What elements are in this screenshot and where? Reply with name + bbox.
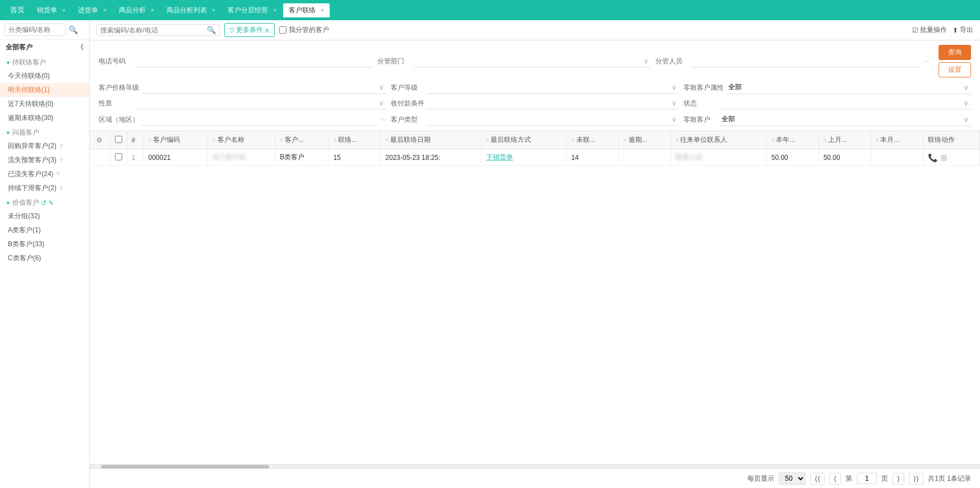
sidebar-item-7days[interactable]: 近7天待联络(0) [0,97,89,111]
unit-contact-blurred: 联系人名 [676,153,702,161]
settings-gear-icon[interactable]: ⚙ [96,136,103,144]
nav-product-analysis-close[interactable]: × [151,7,154,13]
filter-region-dots[interactable]: ··· [381,116,386,123]
retail-attr-caret: ∨ [964,84,969,91]
th-code[interactable]: 客户编码 [144,131,208,149]
th-last-contact-method[interactable]: 最后联络方式 [481,131,566,149]
sidebar-all-customers[interactable]: 全部客户 《 [0,40,89,55]
sidebar-item-repurchase-abnormal[interactable]: 回购异常客户(2) ? [0,139,89,153]
grid-action-icon[interactable]: ⊞ [941,153,947,162]
select-all-checkbox[interactable] [115,136,122,143]
filter-dept-select[interactable]: ∨ [413,56,651,67]
scrollbar-thumb[interactable] [101,465,269,468]
sidebar-item-b-class[interactable]: B类客户(33) [0,237,89,251]
th-last-month[interactable]: 上月... [819,131,871,149]
filter-person-label: 分管人员 [655,57,689,66]
sidebar-item-today[interactable]: 今天待联络(0) [0,69,89,83]
th-this-year[interactable]: 本年... [766,131,819,149]
help-icon-3[interactable]: ? [56,171,59,178]
th-name[interactable]: 客户名称 [208,131,275,149]
filter-retail-select[interactable]: 全部 ∨ [719,113,971,126]
nav-product-analysis[interactable]: 商品分析 × [113,3,160,17]
td-no: 1 [127,149,144,166]
toolbar: 🔍 ▽ 更多条件 ∧ 我分管的客户 ☑ 批量操作 ⬆ 导出 [90,20,980,40]
th-overdue[interactable]: 逾期... [618,131,671,149]
nav-purchase-order[interactable]: 进货单 × [72,3,112,17]
filter-status: 状态 ∨ [683,98,971,109]
sidebar-item-tomorrow[interactable]: 明天待联络(1) [0,83,89,97]
filter-retail-attr-select[interactable]: 全部 ∨ [726,81,971,94]
sidebar-search-input[interactable] [4,24,66,36]
filter-price-select[interactable]: ∨ [141,82,386,94]
help-icon-1[interactable]: ? [59,143,63,150]
filter-customer-type-select[interactable]: ∨ [427,114,678,126]
sidebar-search-icon[interactable]: 🔍 [68,25,78,34]
th-uncontacted[interactable]: 未联... [566,131,618,149]
filter-customer-level-select[interactable]: ∨ [427,82,678,94]
filter-phone-input[interactable] [135,56,373,67]
query-button[interactable]: 查询 [939,45,971,60]
th-last-contact-date[interactable]: 最后联络日期 [381,131,481,149]
filter-customer-type: 客户类型 ∨ [391,114,678,126]
page-label: 第 [845,474,852,484]
contact-method-link[interactable]: 下销货单 [486,153,513,161]
nav-sales-order-close[interactable]: × [62,7,66,13]
sidebar-item-overdue[interactable]: 逾期未联络(30) [0,111,89,125]
batch-op-icon: ☑ [912,26,918,34]
nav-product-analysis-list[interactable]: 商品分析列表 × [161,3,221,17]
batch-operation-button[interactable]: ☑ 批量操作 [912,25,947,35]
help-icon-4[interactable]: ? [59,185,63,192]
filter-panel: 电话号码 分管部门 ∨ 分管人员 ··· 查询 设置 [90,40,980,131]
my-customers-checkbox-wrap[interactable]: 我分管的客户 [279,25,329,35]
td-this-year: 50.00 [766,149,819,166]
dept-caret: ∨ [644,57,649,65]
th-this-month[interactable]: 本月... [871,131,923,149]
nav-customer-contact[interactable]: 客户联络 × [283,3,330,17]
my-customers-checkbox[interactable] [279,26,286,34]
nav-purchase-order-close[interactable]: × [103,7,107,13]
sidebar-item-unclassified[interactable]: 未分组(32) [0,209,89,223]
th-type[interactable]: 客户... [275,131,329,149]
filter-status-select[interactable]: ∨ [719,98,971,109]
nav-sales-order[interactable]: 销货单 × [31,3,71,17]
help-icon-2[interactable]: ? [59,157,63,164]
nav-product-analysis-list-close[interactable]: × [212,7,215,13]
last-page-button[interactable]: ⟩⟩ [909,473,923,485]
sidebar-collapse-icon: 《 [77,43,84,52]
next-page-button[interactable]: ⟩ [893,473,904,485]
horizontal-scrollbar[interactable] [90,464,980,468]
nav-customer-tier[interactable]: 客户分层经营 × [222,3,282,17]
filter-nature-select[interactable]: ∨ [135,98,386,109]
sidebar-value-refresh-icon[interactable]: ↺ [41,199,47,207]
filter-actions: 查询 设置 [939,45,971,77]
prev-page-button[interactable]: ⟨ [829,473,841,485]
nav-customer-tier-close[interactable]: × [273,7,276,13]
first-page-button[interactable]: ⟨⟨ [810,473,825,485]
filter-person-input[interactable] [691,56,921,67]
page-size-select[interactable]: 50 [779,472,806,485]
sidebar-value-edit-icon[interactable]: ✎ [48,199,54,207]
sidebar-group-value: 价值客户 ↺ ✎ [0,195,89,209]
setting-button[interactable]: 设置 [939,62,971,77]
phone-action-icon[interactable]: 📞 [928,153,937,162]
export-button[interactable]: ⬆ 导出 [953,25,973,35]
more-filter-button[interactable]: ▽ 更多条件 ∧ [224,23,275,37]
search-icon[interactable]: 🔍 [207,26,216,34]
search-input[interactable] [100,26,207,34]
row-checkbox[interactable] [115,153,122,160]
page-number-input[interactable] [857,473,877,484]
th-unit-contact[interactable]: 往来单位联系人 [671,131,766,149]
filter-region-input[interactable] [141,114,377,126]
sidebar-item-c-class[interactable]: C类客户(6) [0,251,89,265]
sidebar-item-a-class[interactable]: A类客户(1) [0,223,89,237]
sidebar-item-declining[interactable]: 持续下滑客户(2) ? [0,181,89,195]
th-settings[interactable]: ⚙ [90,131,110,149]
sidebar-item-churn-warning[interactable]: 流失预警客户(3) ? [0,153,89,167]
sidebar-item-churned[interactable]: 已流失客户(24) ? [0,167,89,181]
th-contacts[interactable]: 联络... [329,131,381,149]
nav-home[interactable]: 首页 [4,3,30,17]
filter-person-dots[interactable]: ··· [924,57,930,65]
nav-customer-contact-close[interactable]: × [321,7,324,13]
page-suffix: 页 [881,474,888,484]
filter-payment-select[interactable]: ∨ [427,98,678,109]
